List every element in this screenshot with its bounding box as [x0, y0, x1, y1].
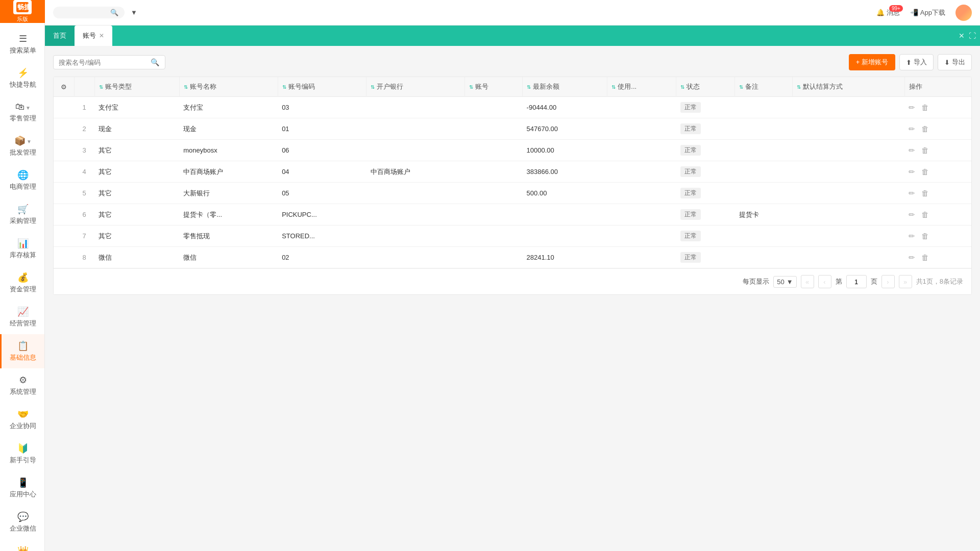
col-usage[interactable]: ⇅使用... [607, 77, 676, 97]
row-delete-3[interactable]: 🗑 [921, 167, 929, 176]
page-size-label: 每页显示 [743, 277, 769, 286]
sidebar-item-biz-wechat[interactable]: 💬 企业微信 [0, 505, 44, 539]
col-default-payment[interactable]: ⇅默认结算方式 [793, 77, 905, 97]
row-default-payment-2 [793, 140, 905, 161]
row-remark-3 [735, 161, 793, 183]
search-menu-icon: ☰ [19, 33, 27, 44]
page-size-select[interactable]: 50 ▼ [773, 276, 796, 288]
sidebar-item-retail-mgmt[interactable]: 🛍 ▼ 零售管理 [0, 95, 44, 129]
sidebar-item-wholesale-label: 批发管理 [10, 148, 36, 157]
page-suffix: 页 [871, 277, 877, 286]
sidebar-item-vip-member[interactable]: 👑 畅会员 [0, 539, 44, 551]
sys-mgmt-icon: ⚙ [19, 374, 27, 386]
first-page-button[interactable]: « [801, 275, 814, 288]
app-download-button[interactable]: 📲 App下载 [910, 8, 945, 17]
account-search-input[interactable] [59, 59, 151, 66]
row-edit-2[interactable]: ✏ [909, 146, 915, 155]
row-account-type-5: 其它 [94, 204, 179, 226]
col-account-no[interactable]: ⇅账号 [465, 77, 523, 97]
row-open-bank-1 [366, 118, 465, 140]
row-delete-4[interactable]: 🗑 [921, 189, 929, 197]
col-settings[interactable]: ⚙ [54, 77, 74, 97]
row-status-6: 正常 [676, 226, 735, 247]
col-status[interactable]: ⇅状态 [676, 77, 735, 97]
row-action-2: ✏ 🗑 [904, 140, 971, 161]
tab-accounts-close[interactable]: ✕ [99, 32, 104, 39]
row-edit-1[interactable]: ✏ [909, 124, 915, 133]
sidebar-item-app-center[interactable]: 📱 应用中心 [0, 471, 44, 505]
export-button[interactable]: ⬇ 导出 [938, 54, 972, 70]
col-account-type[interactable]: ⇅账号类型 [94, 77, 179, 97]
col-open-bank[interactable]: ⇅开户银行 [366, 77, 465, 97]
row-edit-5[interactable]: ✏ [909, 210, 915, 219]
import-button[interactable]: ⬆ 导入 [899, 54, 934, 70]
row-edit-0[interactable]: ✏ [909, 103, 915, 112]
row-open-bank-3: 中百商场账户 [366, 161, 465, 183]
row-edit-3[interactable]: ✏ [909, 167, 915, 176]
sidebar-item-inventory-check[interactable]: 📊 库存核算 [0, 232, 44, 266]
row-delete-2[interactable]: 🗑 [921, 146, 929, 155]
row-account-no-7 [465, 247, 523, 268]
row-delete-0[interactable]: 🗑 [921, 103, 929, 112]
col-latest-balance[interactable]: ⇅最新余额 [523, 77, 607, 97]
user-avatar[interactable] [955, 5, 972, 21]
tab-home[interactable]: 首页 [45, 26, 75, 46]
sidebar-item-wholesale-mgmt[interactable]: 📦 ▼ 批发管理 [0, 129, 44, 163]
row-delete-1[interactable]: 🗑 [921, 124, 929, 133]
sidebar-item-quick-nav[interactable]: ⚡ 快捷导航 [0, 61, 44, 95]
tabs-right-controls: ✕ ⛶ [959, 32, 980, 40]
total-label: 共1页，8条记录 [916, 277, 963, 286]
col-account-code[interactable]: ⇅账号编码 [278, 77, 366, 97]
row-account-no-6 [465, 226, 523, 247]
account-search-box[interactable]: 🔍 [53, 55, 165, 69]
sidebar-item-purchase-mgmt[interactable]: 🛒 采购管理 [0, 197, 44, 232]
tab-collapse-icon[interactable]: ✕ [959, 32, 965, 40]
sidebar-item-sys-mgmt[interactable]: ⚙ 系统管理 [0, 368, 44, 403]
sidebar-item-ops-mgmt[interactable]: 📈 经营管理 [0, 300, 44, 334]
add-account-button[interactable]: + 新增账号 [849, 54, 895, 70]
last-page-button[interactable]: » [899, 275, 912, 288]
next-page-button[interactable]: › [881, 275, 895, 288]
header-dropdown[interactable]: ▼ [131, 9, 137, 16]
row-delete-7[interactable]: 🗑 [921, 253, 929, 262]
row-edit-6[interactable]: ✏ [909, 232, 915, 240]
sidebar-item-purchase-label: 采购管理 [10, 216, 36, 226]
row-account-name-0: 支付宝 [179, 97, 278, 118]
accounts-table: ⚙ ⇅账号类型 ⇅账号名称 ⇅账号编码 ⇅开户银行 ⇅账号 ⇅最新余额 ⇅使用.… [54, 77, 971, 268]
top-search-input[interactable] [59, 9, 110, 16]
sidebar-item-basic-info[interactable]: 📋 基础信息 [0, 334, 44, 368]
row-action-3: ✏ 🗑 [904, 161, 971, 183]
sidebar-item-biz-agreement-label: 企业协同 [10, 421, 36, 431]
row-delete-5[interactable]: 🗑 [921, 210, 929, 219]
sidebar-item-ecommerce-mgmt[interactable]: 🌐 电商管理 [0, 163, 44, 197]
row-remark-2 [735, 140, 793, 161]
sidebar-item-search-menu[interactable]: ☰ 搜索菜单 [0, 27, 44, 61]
top-search-box[interactable]: 🔍 [53, 7, 125, 18]
row-open-bank-0 [366, 97, 465, 118]
sidebar-item-new-guide[interactable]: 🔰 新手引导 [0, 437, 44, 471]
prev-page-button[interactable]: ‹ [818, 275, 831, 288]
table-row: 1 支付宝 支付宝 03 -90444.00 正常 ✏ 🗑 [54, 97, 971, 118]
row-latest-balance-4: 500.00 [523, 183, 607, 204]
notification-button[interactable]: 🔔 消息 99+ [876, 8, 900, 17]
page-size-value: 50 [777, 278, 784, 286]
header-right: 🔔 消息 99+ 📲 App下载 [876, 5, 972, 21]
col-account-name[interactable]: ⇅账号名称 [179, 77, 278, 97]
sidebar-item-biz-agreement[interactable]: 🤝 企业协同 [0, 403, 44, 437]
table-row: 6 其它 提货卡（零... PICKUPC... 正常 提货卡 ✏ 🗑 [54, 204, 971, 226]
tab-expand-icon[interactable]: ⛶ [969, 32, 976, 40]
biz-agreement-icon: 🤝 [17, 409, 29, 420]
page-content: 🔍 + 新增账号 ⬆ 导入 ⬇ 导出 [45, 46, 980, 551]
row-account-code-4: 05 [278, 183, 366, 204]
row-delete-6[interactable]: 🗑 [921, 232, 929, 240]
page-number-input[interactable] [846, 275, 867, 288]
tab-accounts[interactable]: 账号 ✕ [75, 26, 112, 46]
row-edit-4[interactable]: ✏ [909, 189, 915, 197]
accounts-table-container: ⚙ ⇅账号类型 ⇅账号名称 ⇅账号编码 ⇅开户银行 ⇅账号 ⇅最新余额 ⇅使用.… [53, 77, 972, 295]
col-remark[interactable]: ⇅备注 [735, 77, 793, 97]
quick-nav-icon: ⚡ [17, 67, 29, 79]
row-edit-7[interactable]: ✏ [909, 253, 915, 262]
row-latest-balance-2: 10000.00 [523, 140, 607, 161]
sidebar-item-fund-mgmt[interactable]: 💰 资金管理 [0, 266, 44, 300]
tab-home-label: 首页 [53, 31, 66, 40]
